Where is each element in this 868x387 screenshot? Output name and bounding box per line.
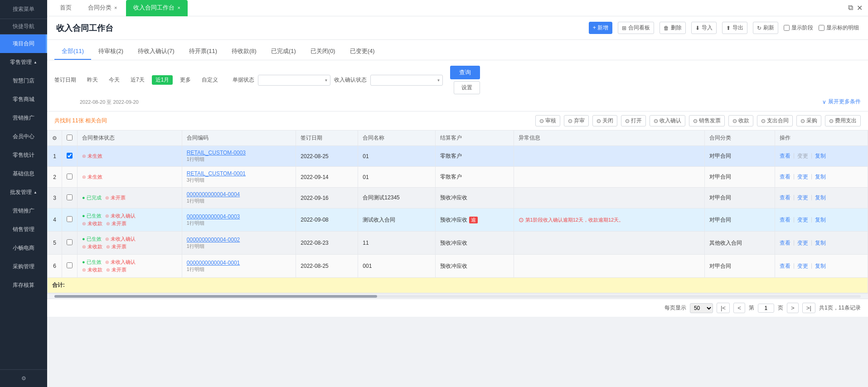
window-restore-icon[interactable]: ⧉ — [848, 4, 853, 12]
sidebar-item-batch-mgmt[interactable]: 批发管理 ▲ — [0, 183, 47, 202]
cell-checkbox[interactable] — [62, 232, 78, 255]
abandon-btn[interactable]: ⊙ 弃审 — [564, 115, 589, 126]
review-btn[interactable]: ⊙ 审核 — [535, 115, 560, 126]
sidebar-settings[interactable]: ⚙ — [0, 369, 47, 387]
purchase-contract-btn[interactable]: ⊙ 支出合同 — [757, 115, 793, 126]
set-button[interactable]: 设置 — [454, 81, 480, 94]
row-checkbox[interactable] — [67, 194, 73, 200]
cell-checkbox[interactable] — [62, 167, 78, 188]
scrollbar-thumb[interactable] — [54, 295, 377, 298]
prev-page-btn[interactable]: < — [733, 303, 745, 313]
sidebar-item-base-info[interactable]: 基础信息 — [0, 164, 47, 183]
page-size-select[interactable]: 50 10 20 100 — [690, 303, 713, 313]
sidebar-item-retail-mgmt[interactable]: 零售管理 ▲ — [0, 53, 47, 72]
action-复制[interactable]: 复制 — [815, 239, 826, 247]
page-number-input[interactable] — [758, 304, 774, 313]
contract-code-link[interactable]: 0000000000004-0004 — [187, 191, 240, 198]
action-复制[interactable]: 复制 — [815, 194, 826, 202]
row-checkbox[interactable] — [67, 239, 73, 245]
row-checkbox[interactable] — [67, 262, 73, 268]
receipt-btn[interactable]: ⊙ 收款 — [728, 115, 753, 126]
contract-code-link[interactable]: 0000000000004-0001 — [187, 260, 240, 266]
action-查看[interactable]: 查看 — [780, 216, 790, 224]
tab-close-income[interactable]: × — [177, 5, 180, 10]
purchase-btn[interactable]: ⊙ 采购 — [796, 115, 821, 126]
action-查看[interactable]: 查看 — [780, 173, 790, 181]
query-button[interactable]: 查询 — [450, 66, 480, 79]
expense-btn[interactable]: ⊙ 费用支出 — [825, 115, 861, 126]
action-查看[interactable]: 查看 — [780, 262, 790, 270]
show-detail-checkbox[interactable] — [819, 25, 824, 31]
export-button[interactable]: ⬆ 导出 — [722, 22, 747, 34]
action-查看[interactable]: 查看 — [780, 239, 790, 247]
col-checkbox[interactable] — [62, 131, 78, 146]
open-btn[interactable]: ⊙ 打开 — [621, 115, 646, 126]
status-tab-pending-invoice[interactable]: 待开票(11) — [182, 44, 224, 60]
status-tab-closed[interactable]: 已关闭(0) — [303, 44, 343, 60]
delete-button[interactable]: 🗑 删除 — [659, 22, 686, 34]
date-btn-last1month[interactable]: 近1月 — [152, 75, 173, 85]
board-button[interactable]: ⊞ 合同看板 — [618, 22, 654, 34]
date-btn-yesterday[interactable]: 昨天 — [83, 75, 102, 85]
cell-checkbox[interactable] — [62, 146, 78, 167]
sidebar-item-inventory[interactable]: 库存核算 — [0, 276, 47, 295]
action-变更[interactable]: 变更 — [797, 262, 808, 270]
row-checkbox[interactable] — [67, 174, 73, 179]
action-变更[interactable]: 变更 — [797, 194, 808, 202]
row-checkbox[interactable] — [67, 216, 73, 222]
date-btn-last7[interactable]: 近7天 — [127, 75, 148, 85]
date-btn-custom[interactable]: 自定义 — [198, 75, 222, 85]
contract-code-link[interactable]: RETAIL_CUSTOM-0003 — [187, 150, 246, 156]
sidebar-item-marketing2[interactable]: 营销推广 — [0, 202, 47, 220]
sidebar-item-project[interactable]: 项目合同 — [0, 34, 47, 53]
horizontal-scrollbar[interactable] — [47, 293, 868, 299]
status-tab-pending-review[interactable]: 待审核(2) — [91, 44, 131, 60]
action-查看[interactable]: 查看 — [780, 194, 790, 202]
date-btn-more[interactable]: 更多 — [176, 75, 194, 85]
tab-home[interactable]: 首页 — [53, 0, 79, 16]
action-变更[interactable]: 变更 — [797, 216, 808, 224]
sidebar-item-sales-mgmt[interactable]: 销售管理 — [0, 220, 47, 239]
doc-status-select[interactable] — [258, 75, 330, 86]
sidebar-item-marketing[interactable]: 营销推广 — [0, 109, 47, 127]
status-tab-completed[interactable]: 已完成(1) — [264, 44, 303, 60]
contract-code-link[interactable]: RETAIL_CUSTOM-0001 — [187, 170, 246, 177]
col-settings[interactable]: ⚙ — [48, 131, 62, 146]
sidebar-nav[interactable]: 快捷导航 — [0, 19, 47, 34]
first-page-btn[interactable]: |< — [717, 303, 730, 313]
status-tab-all[interactable]: 全部(11) — [54, 44, 91, 60]
tab-contract-category[interactable]: 合同分类 × — [81, 0, 124, 16]
row-checkbox[interactable] — [67, 153, 73, 159]
sidebar-item-smart-store[interactable]: 智慧门店 — [0, 72, 47, 90]
show-detail-label[interactable]: 显示标的明细 — [819, 24, 859, 32]
status-tab-pending-confirm[interactable]: 待收入确认(7) — [131, 44, 182, 60]
tab-close-contract[interactable]: × — [114, 5, 117, 10]
show-stage-label[interactable]: 显示阶段 — [784, 24, 813, 32]
last-page-btn[interactable]: >| — [802, 303, 815, 313]
new-button[interactable]: + 新增 — [589, 22, 612, 34]
action-查看[interactable]: 查看 — [780, 152, 790, 160]
contract-code-link[interactable]: 0000000000004-0002 — [187, 237, 240, 243]
action-复制[interactable]: 复制 — [815, 262, 826, 270]
close-btn[interactable]: ⊙ 关闭 — [592, 115, 617, 126]
sidebar-item-member[interactable]: 会员中心 — [0, 127, 47, 146]
action-变更[interactable]: 变更 — [797, 173, 808, 181]
cell-checkbox[interactable] — [62, 255, 78, 278]
status-tab-pending-receipt[interactable]: 待收款(8) — [224, 44, 264, 60]
status-tab-changed[interactable]: 已变更(4) — [343, 44, 382, 60]
income-confirm-select[interactable] — [370, 75, 443, 86]
tab-income-contract[interactable]: 收入合同工作台 × — [126, 0, 187, 16]
sidebar-item-retail-stats[interactable]: 零售统计 — [0, 146, 47, 164]
sidebar-item-retail-mall[interactable]: 零售商城 — [0, 90, 47, 109]
refresh-button[interactable]: ↻ 刷新 — [753, 22, 778, 34]
next-page-btn[interactable]: > — [787, 303, 799, 313]
window-close-icon[interactable]: ✕ — [857, 4, 863, 12]
sidebar-item-purchase[interactable]: 采购管理 — [0, 257, 47, 276]
date-btn-today[interactable]: 今天 — [105, 75, 123, 85]
contract-code-link[interactable]: 0000000000004-0003 — [187, 213, 240, 220]
action-复制[interactable]: 复制 — [815, 216, 826, 224]
sidebar-item-ecommerce[interactable]: 小畅电商 — [0, 239, 47, 257]
income-confirm-btn[interactable]: ⊙ 收入确认 — [650, 115, 685, 126]
action-变更[interactable]: 变更 — [797, 239, 808, 247]
expand-conditions-btn[interactable]: ∨ 展开更多条件 — [822, 98, 861, 106]
